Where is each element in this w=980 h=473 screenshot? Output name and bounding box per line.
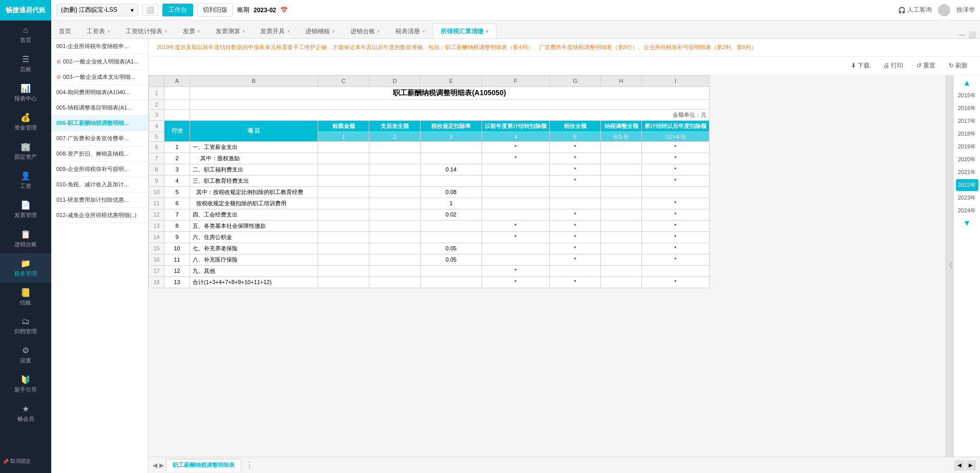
tab-check[interactable]: 进销稽核 × [298,24,343,39]
tab-tax-book[interactable]: 税表清册 × [388,24,433,39]
cell-label[interactable]: 合计(1+3+4+7+8+9+10+11+12) [190,276,318,288]
cell-label[interactable]: 其中：按税收规定比例扣除的职工教育经费 [190,186,318,198]
list-item-9[interactable]: 010-免税、减计收入及加计... [51,177,148,192]
cell-c4[interactable] [482,175,550,186]
cell-c7[interactable]: * [642,164,710,175]
cell-c4[interactable]: * [482,141,550,153]
cell-c7[interactable]: * [642,220,710,231]
cell-label[interactable]: 一、工资薪金支出 [190,141,318,153]
cell-c6[interactable] [601,254,642,265]
cell-num[interactable]: 2 [164,153,190,164]
sidebar-item-settle[interactable]: 📒 结账 [0,283,51,312]
cell-c6[interactable] [601,153,642,164]
sidebar-item-home[interactable]: ⌂ 首页 [0,20,51,49]
cell-c3[interactable]: 1 [421,198,482,209]
cell-c4[interactable] [482,254,550,265]
list-item-7[interactable]: 008-资产折旧、摊销及纳税... [51,146,148,162]
tab-minimize-icon[interactable]: — [959,31,965,38]
cell-c7[interactable]: * [642,198,710,209]
cell-c4[interactable] [482,243,550,254]
cell-num[interactable]: 9 [164,231,190,243]
sidebar-item-funds[interactable]: 💰 资金管理 [0,107,51,137]
cell-c3[interactable]: 0.05 [421,243,482,254]
tab-home[interactable]: 首页 [51,24,79,39]
cell-c5[interactable]: * [550,209,601,220]
cell-2-A[interactable] [164,99,190,109]
cell-c7[interactable]: * [642,231,710,243]
cell-c1[interactable] [318,186,369,198]
cell-c2[interactable] [369,198,421,209]
cell-c7[interactable]: * [642,209,710,220]
sidebar-item-member[interactable]: ★ 畅会员 [0,399,51,428]
cell-c3[interactable]: 0.14 [421,164,482,175]
cell-label[interactable]: 八、补充医疗保险 [190,254,318,265]
sidebar-unpin[interactable]: 📌 取消固定 [0,455,51,468]
tab-invoice-calc-close[interactable]: × [242,29,245,34]
year-down-btn[interactable]: ▼ [962,218,972,229]
tab-invoice-open[interactable]: 发票开具 × [253,24,298,39]
cell-c4[interactable]: * [482,231,550,243]
list-item-0[interactable]: 001-企业所得税年度纳税申... [51,39,148,54]
cell-c3[interactable] [421,220,482,231]
cell-c6[interactable] [601,141,642,153]
cell-c7[interactable] [642,265,710,276]
cell-1-A[interactable] [164,87,190,99]
spreadsheet-main[interactable]: A B C D E F G H I [149,75,945,457]
cell-c5[interactable]: * [550,220,601,231]
list-item-6[interactable]: 007-广告费和业务宣传费举... [51,131,148,146]
cell-c1[interactable] [318,164,369,175]
cell-c2[interactable] [369,276,421,288]
cell-c2[interactable] [369,186,421,198]
cell-c2[interactable] [369,231,421,243]
cell-c6[interactable] [601,164,642,175]
cell-c3[interactable] [421,141,482,153]
list-item-4[interactable]: 005-纳税调整项目明细表(A1... [51,100,148,116]
cell-c5[interactable]: * [550,254,601,265]
list-item-8[interactable]: 009-企业所得税弥补亏损明... [51,162,148,177]
cell-c2[interactable] [369,243,421,254]
cell-c5[interactable]: * [550,141,601,153]
cell-c6[interactable] [601,265,642,276]
tab-invoice[interactable]: 发票 × [175,24,208,39]
cell-num[interactable]: 13 [164,276,190,288]
cell-c4[interactable]: * [482,265,550,276]
cell-c3[interactable] [421,153,482,164]
bottom-dots[interactable]: ⋮ [245,460,254,470]
cell-num[interactable]: 11 [164,254,190,265]
cell-c6[interactable] [601,220,642,231]
cell-c5[interactable]: * [550,164,601,175]
cell-c6[interactable] [601,175,642,186]
year-item-2020[interactable]: 2020年 [956,154,978,165]
list-item-11[interactable]: 012-减免企业所得税优惠明细(..) [51,208,148,223]
list-item-2[interactable]: ⊘ 003-一般企业成本支出明细... [51,70,148,85]
cell-c5[interactable] [550,265,601,276]
tab-salary-close[interactable]: × [107,29,110,34]
year-item-2021[interactable]: 2021年 [956,166,978,178]
sidebar-item-archive[interactable]: 🗂 归档管理 [0,312,51,340]
year-item-2019[interactable]: 2019年 [956,141,978,153]
cell-num[interactable]: 7 [164,209,190,220]
cell-c5[interactable]: * [550,276,601,288]
year-up-btn[interactable]: ▲ [962,77,972,89]
year-item-2024[interactable]: 2024年 [956,205,978,217]
tab-invoice-open-close[interactable]: × [287,29,290,34]
cell-c6[interactable] [601,198,642,209]
tab-invoice-calc[interactable]: 发票测算 × [208,24,253,39]
cell-c7[interactable]: * [642,141,710,153]
cell-2-rest[interactable] [190,99,710,109]
cell-c7[interactable] [642,186,710,198]
cell-c2[interactable] [369,254,421,265]
year-item-2022[interactable]: 2022年 [956,179,978,191]
list-item-1[interactable]: ⊘ 002-一般企业收入明细表(A1... [51,54,148,70]
cell-c4[interactable] [482,209,550,220]
cell-label[interactable]: 三、职工教育经费支出 [190,175,318,186]
cell-c6[interactable] [601,209,642,220]
cell-c3[interactable] [421,175,482,186]
cell-c1[interactable] [318,231,369,243]
download-button[interactable]: ⬇ 下载 [847,60,874,72]
tab-tax-book-close[interactable]: × [422,29,425,34]
left-scroll-btn[interactable]: ◀ [153,462,157,469]
cell-c4[interactable]: * [482,220,550,231]
cell-c6[interactable] [601,231,642,243]
sidebar-item-tax[interactable]: 📁 税务管理 [0,253,51,283]
